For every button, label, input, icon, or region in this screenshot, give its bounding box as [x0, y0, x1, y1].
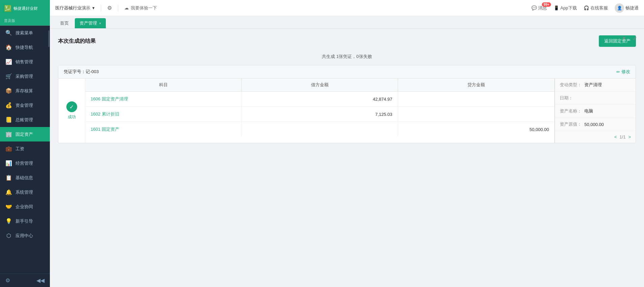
date-row: 日期：	[555, 92, 636, 105]
sidebar-label-inventory: 库存核算	[16, 88, 33, 94]
date-label: 日期：	[560, 95, 573, 101]
active-tab-label: 资产管理	[80, 20, 97, 26]
message-icon: 💬	[531, 5, 537, 10]
sidebar-item-basic-info[interactable]: 📋 基础信息	[0, 170, 50, 185]
cell-subject-1[interactable]: 1602 累计折旧	[85, 107, 242, 122]
app-logo: 💹 畅捷通好业财	[0, 0, 50, 18]
next-page-button[interactable]: >	[628, 134, 631, 139]
sidebar-label-system: 系统管理	[16, 189, 33, 195]
edit-label: 修改	[621, 69, 630, 75]
cell-subject-2[interactable]: 1601 固定资产	[85, 122, 242, 137]
sidebar-label-enterprise: 企业协同	[16, 204, 33, 210]
sidebar-item-management[interactable]: 📊 经营管理	[0, 156, 50, 170]
page-indicator: 1/1	[619, 134, 625, 139]
sidebar-item-system[interactable]: 🔔 系统管理	[0, 185, 50, 199]
sidebar-item-guide[interactable]: 💡 新手引导	[0, 214, 50, 228]
topbar-divider-2	[118, 5, 118, 11]
table-row: 1601 固定资产 50,000.00	[85, 122, 554, 137]
messages-badge: 99+	[542, 2, 551, 7]
sidebar-label-basic-info: 基础信息	[16, 175, 33, 181]
app-download-button[interactable]: 📱 App下载	[554, 5, 577, 11]
asset-name-value: 电脑	[584, 108, 593, 114]
side-panel: 变动类型： 资产清理 日期： 资产名称： 电脑 资产原值： 50,000.00	[555, 78, 636, 143]
collapse-icon[interactable]: ◀◀	[36, 277, 44, 284]
sidebar-bottom: ⚙ ◀◀	[0, 274, 50, 287]
app-download-label: App下载	[560, 5, 577, 11]
headset-icon: 🎧	[584, 5, 589, 10]
generation-summary: 共生成 1张凭证，0张失败	[58, 54, 636, 60]
gear-icon[interactable]: ⚙	[107, 5, 112, 11]
sidebar-item-app-center[interactable]: ⬡ 应用中心	[0, 228, 50, 243]
settings-icon[interactable]: ⚙	[5, 277, 10, 284]
tab-home[interactable]: 首页	[55, 18, 73, 28]
sidebar-label-guide: 新手引导	[16, 218, 33, 224]
topbar: 医疗器械行业演示 ▾ ⚙ ☁ 我要体验一下 💬 消息 99+ 📱 App下载 🎧…	[50, 0, 644, 16]
logo-icon: 💹	[4, 4, 11, 13]
page-header: 本次生成的结果 返回固定资产	[58, 35, 636, 47]
company-selector[interactable]: 医疗器械行业演示 ▾	[55, 5, 95, 11]
success-label: 成功	[68, 114, 76, 120]
prev-page-button[interactable]: <	[614, 134, 617, 139]
sidebar-label-fixed-assets: 固定资产	[16, 131, 33, 137]
sidebar-menu: 🔍 搜索菜单 🏠 快捷导航 📈 销售管理 🛒 采购管理 📦 库存核算 💰 资金管…	[0, 26, 50, 274]
sidebar-item-ledger[interactable]: 📒 总账管理	[0, 113, 50, 127]
col-header-subject: 科目	[85, 78, 242, 91]
sidebar-item-sales[interactable]: 📈 销售管理	[0, 55, 50, 69]
cell-debit-1: 7,125.03	[242, 107, 398, 122]
table-row: 1602 累计折旧 7,125.03	[85, 107, 554, 122]
sidebar-icon-ledger: 📒	[5, 117, 12, 123]
sidebar-item-quick-nav[interactable]: 🏠 快捷导航	[0, 40, 50, 55]
dropdown-icon: ▾	[92, 5, 95, 10]
voucher-table: 科目 借方金额 贷方金额 1606 固定资产清理 42,874.97 1602 …	[85, 78, 555, 143]
table-row: 1606 固定资产清理 42,874.97	[85, 92, 554, 107]
cell-credit-1	[398, 107, 554, 122]
user-menu[interactable]: 👤 畅捷通	[615, 3, 639, 13]
asset-name-label: 资产名称：	[560, 108, 582, 114]
sidebar-container: 💹 畅捷通好业财 普及版 🔍 搜索菜单 🏠 快捷导航 📈 销售管理 🛒 采购管理…	[0, 0, 50, 287]
online-service-button[interactable]: 🎧 在线客服	[584, 5, 608, 11]
sidebar-item-purchase[interactable]: 🛒 采购管理	[0, 69, 50, 84]
edit-button[interactable]: ✏ 修改	[616, 69, 630, 75]
tab-asset-management[interactable]: 资产管理 ×	[75, 18, 106, 28]
sidebar-item-search[interactable]: 🔍 搜索菜单	[0, 26, 50, 40]
voucher-card: 凭证字号：记-003 ✏ 修改 ✓ 成功 科目 借方金额	[58, 65, 636, 143]
sidebar-item-salary[interactable]: 💼 工资	[0, 141, 50, 156]
pagination: < 1/1 >	[555, 131, 636, 143]
sidebar-label-app-center: 应用中心	[16, 233, 33, 239]
edit-icon: ✏	[616, 69, 620, 74]
experience-button[interactable]: ☁ 我要体验一下	[124, 5, 157, 11]
sidebar: 💹 畅捷通好业财 普及版 🔍 搜索菜单 🏠 快捷导航 📈 销售管理 🛒 采购管理…	[0, 0, 50, 287]
cloud-icon: ☁	[124, 5, 129, 10]
sidebar-item-fixed-assets[interactable]: 🏢 固定资产	[0, 127, 50, 141]
voucher-body: ✓ 成功 科目 借方金额 贷方金额 1606 固定资产清理 42,874.97 …	[58, 78, 636, 143]
nav-tabs: 首页 资产管理 ×	[50, 16, 644, 29]
sidebar-icon-search: 🔍	[5, 30, 12, 36]
close-panel-button[interactable]: ✕	[620, 34, 628, 42]
username: 畅捷通	[625, 5, 639, 11]
app-edition: 普及版	[0, 18, 50, 26]
sidebar-icon-fixed-assets: 🏢	[5, 131, 12, 137]
cell-subject-0[interactable]: 1606 固定资产清理	[85, 92, 242, 106]
expand-panel-button[interactable]: ⤢	[631, 34, 639, 42]
sidebar-item-enterprise[interactable]: 🤝 企业协同	[0, 199, 50, 214]
success-checkmark-icon: ✓	[66, 101, 77, 112]
sidebar-label-quick-nav: 快捷导航	[16, 44, 33, 51]
sidebar-label-sales: 销售管理	[16, 59, 33, 65]
sidebar-item-inventory[interactable]: 📦 库存核算	[0, 84, 50, 98]
table-body: 1606 固定资产清理 42,874.97 1602 累计折旧 7,125.03…	[85, 92, 554, 137]
sidebar-label-salary: 工资	[16, 146, 24, 152]
sidebar-icon-purchase: 🛒	[5, 73, 12, 79]
col-header-credit: 贷方金额	[398, 78, 554, 91]
company-name: 医疗器械行业演示	[55, 5, 90, 11]
asset-value-label: 资产原值：	[560, 121, 582, 127]
messages-button[interactable]: 💬 消息 99+	[531, 5, 547, 11]
sidebar-icon-guide: 💡	[5, 218, 12, 224]
cell-credit-0	[398, 92, 554, 106]
success-indicator: ✓ 成功	[58, 78, 85, 143]
sidebar-icon-finance: 💰	[5, 102, 12, 108]
change-type-value: 资产清理	[584, 82, 602, 88]
sidebar-icon-salary: 💼	[5, 146, 12, 152]
tab-close-icon[interactable]: ×	[99, 21, 101, 25]
sidebar-item-finance[interactable]: 💰 资金管理	[0, 98, 50, 113]
sidebar-label-ledger: 总账管理	[16, 117, 33, 123]
